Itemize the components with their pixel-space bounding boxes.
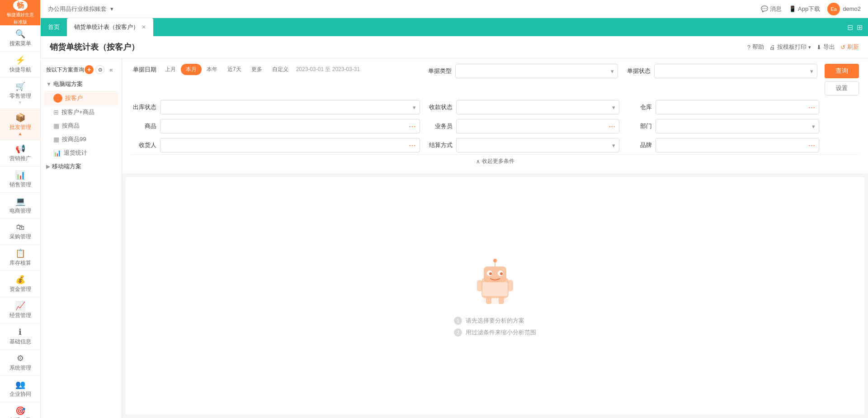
empty-state: 1 请先选择要分析的方案 2 用过滤条件来缩小分析范围 — [126, 177, 864, 414]
inventory-icon: 📋 — [15, 248, 25, 258]
tree-item-goods99[interactable]: ▦ 按商品99 — [44, 133, 118, 146]
customer-goods-icon: ⊞ — [53, 109, 59, 116]
page-title: 销货单统计表（按客户） — [50, 42, 139, 58]
date-btn-custom[interactable]: 自定义 — [267, 64, 293, 75]
goods-icon: ▦ — [53, 122, 59, 129]
refresh-btn[interactable]: ↺ 刷新 — [840, 43, 859, 51]
tree-arrow-mobile-icon: ▶ — [46, 163, 50, 170]
export-label: 导出 — [823, 43, 835, 51]
message-btn[interactable]: 💬 消息 — [761, 5, 782, 13]
out-status-label: 出库状态 — [131, 103, 156, 111]
sidebar-item-purchase[interactable]: 🛍 采购管理 — [0, 219, 40, 245]
svg-rect-12 — [508, 280, 513, 291]
collapse-panel-btn[interactable]: « — [106, 65, 116, 75]
tab-minimize-btn[interactable]: ⊟ — [847, 23, 853, 32]
add-scheme-btn[interactable]: + — [85, 65, 94, 74]
sidebar-item-wholesale[interactable]: 📦 批发管理 ▲ — [0, 109, 40, 140]
sidebar-corp-label: 企业协同 — [9, 390, 31, 398]
topbar-right: 💬 消息 📱 App下载 Ea demo2 — [761, 3, 861, 15]
date-btn-this-month[interactable]: 本月 — [181, 64, 202, 75]
empty-tip-2: 2 用过滤条件来缩小分析范围 — [454, 328, 536, 337]
collapse-arrow-icon: ∧ — [476, 158, 480, 165]
salesperson-dots-btn[interactable]: ··· — [609, 122, 615, 131]
tree-item-customer-label: 按客户 — [65, 94, 83, 102]
date-btn-this-year[interactable]: 本年 — [202, 64, 222, 75]
tree-item-customer-goods[interactable]: ⊞ 按客户+商品 — [44, 105, 118, 119]
print-btn[interactable]: 🖨 按模板打印 ▾ — [769, 43, 811, 51]
purchase-icon: 🛍 — [16, 223, 24, 232]
topbar-dropdown-btn[interactable]: ▾ — [110, 5, 113, 12]
brand-select[interactable]: ··· — [656, 138, 819, 152]
brand-dots-btn[interactable]: ··· — [808, 141, 815, 150]
sidebar-item-quick-nav[interactable]: ⚡ 快捷导航 — [0, 52, 40, 78]
sidebar-item-system[interactable]: ⚙ 系统管理 — [0, 350, 40, 376]
tab-home-label: 首页 — [48, 23, 60, 31]
sidebar-item-ecom[interactable]: 💻 电商管理 — [0, 193, 40, 219]
goods-select[interactable]: ··· — [160, 119, 420, 133]
sidebar-item-operations[interactable]: 📈 经营管理 — [0, 297, 40, 323]
sidebar-item-inventory[interactable]: 📋 库存核算 — [0, 245, 40, 271]
date-btn-7days[interactable]: 近7天 — [222, 64, 246, 75]
tabbar-actions: ⊟ ⊞ — [847, 23, 868, 32]
empty-illustration — [468, 255, 522, 309]
sidebar-item-retail[interactable]: 🛒 零售管理 ▼ — [0, 78, 40, 109]
sidebar-item-search[interactable]: 🔍 搜索菜单 — [0, 25, 40, 52]
sales-icon: 📊 — [15, 170, 25, 180]
sidebar-item-finance[interactable]: 💰 资金管理 — [0, 271, 40, 297]
sidebar-search-label: 搜索菜单 — [9, 40, 31, 48]
status-dropdown-icon: ▾ — [810, 68, 813, 75]
query-submit-btn[interactable]: 查询 — [825, 64, 859, 78]
dept-select[interactable]: ▾ — [656, 119, 819, 133]
tip-text-1: 请先选择要分析的方案 — [466, 317, 524, 325]
help-btn[interactable]: ? 帮助 — [747, 43, 764, 51]
salesperson-label: 业务员 — [427, 122, 453, 130]
user-profile-btn[interactable]: Ea demo2 — [827, 3, 861, 15]
status-select[interactable]: ▾ — [654, 64, 817, 78]
tab-maximize-btn[interactable]: ⊞ — [857, 23, 863, 32]
sidebar-item-marketing[interactable]: 📢 营销推广 — [0, 140, 40, 166]
app-download-btn[interactable]: 📱 App下载 — [789, 5, 820, 13]
receiver-select[interactable]: ··· — [160, 138, 420, 152]
settlement-select[interactable]: ▾ — [456, 138, 620, 152]
warehouse-select[interactable]: ··· — [656, 100, 819, 114]
salesperson-select[interactable]: ··· — [456, 119, 620, 133]
settlement-dropdown-icon: ▾ — [612, 142, 615, 149]
goods-dots-btn[interactable]: ··· — [409, 122, 416, 131]
type-select[interactable]: ▾ — [455, 64, 618, 78]
finance-icon: 💰 — [15, 275, 25, 285]
sidebar-item-sales[interactable]: 📊 销售管理 — [0, 166, 40, 193]
pay-status-label: 收款状态 — [427, 103, 453, 111]
sidebar-operations-label: 经营管理 — [9, 312, 31, 319]
receiver-dots-btn[interactable]: ··· — [409, 141, 416, 150]
sidebar-item-newbie[interactable]: 🎯 新手引导 — [0, 402, 40, 418]
date-btn-last-month[interactable]: 上月 — [160, 64, 181, 75]
settings-btn[interactable]: 设置 — [825, 81, 859, 95]
topbar: 办公用品行业模拟账套 ▾ 💬 消息 📱 App下载 Ea demo2 — [41, 0, 868, 18]
tree-group-desktop-label[interactable]: ▼ 电脑端方案 — [44, 77, 118, 91]
warehouse-dots-btn[interactable]: ··· — [808, 103, 815, 112]
svg-point-5 — [489, 272, 492, 275]
tree-item-returns[interactable]: 📊 退货统计 — [44, 146, 118, 160]
retail-expand-icon: ▼ — [18, 100, 23, 105]
export-btn[interactable]: ⬇ 导出 — [816, 43, 835, 51]
tab-close-btn[interactable]: ✕ — [142, 24, 146, 30]
tab-home[interactable]: 首页 — [41, 18, 67, 36]
pay-status-select[interactable]: ▾ — [456, 100, 620, 114]
sidebar-item-basic[interactable]: ℹ 基础信息 — [0, 323, 40, 350]
goods-label: 商品 — [131, 122, 156, 130]
collapse-more-btn[interactable]: ∧ 收起更多条件 — [131, 154, 859, 168]
date-btn-more[interactable]: 更多 — [246, 64, 267, 75]
tree-group-mobile-label[interactable]: ▶ 移动端方案 — [44, 160, 118, 173]
sidebar: 畅 畅捷通好生意 标准版 🔍 搜索菜单 ⚡ 快捷导航 🛒 零售管理 ▼ 📦 批发… — [0, 0, 41, 418]
newbie-icon: 🎯 — [15, 406, 25, 416]
tree-item-by-customer[interactable]: 按客户 — [44, 91, 118, 105]
edit-scheme-btn[interactable]: ⊙ — [95, 65, 104, 74]
avatar: Ea — [827, 3, 840, 15]
tree-item-goods[interactable]: ▦ 按商品 — [44, 119, 118, 133]
sidebar-inventory-label: 库存核算 — [9, 259, 31, 267]
sidebar-item-corp[interactable]: 👥 企业协同 — [0, 376, 40, 402]
logo-tag: 标准版 — [14, 19, 27, 25]
tab-sales-stats[interactable]: 销货单统计表（按客户） ✕ — [67, 18, 153, 36]
out-status-select[interactable]: ▾ — [160, 100, 420, 114]
tab-sales-stats-label: 销货单统计表（按客户） — [74, 23, 139, 31]
